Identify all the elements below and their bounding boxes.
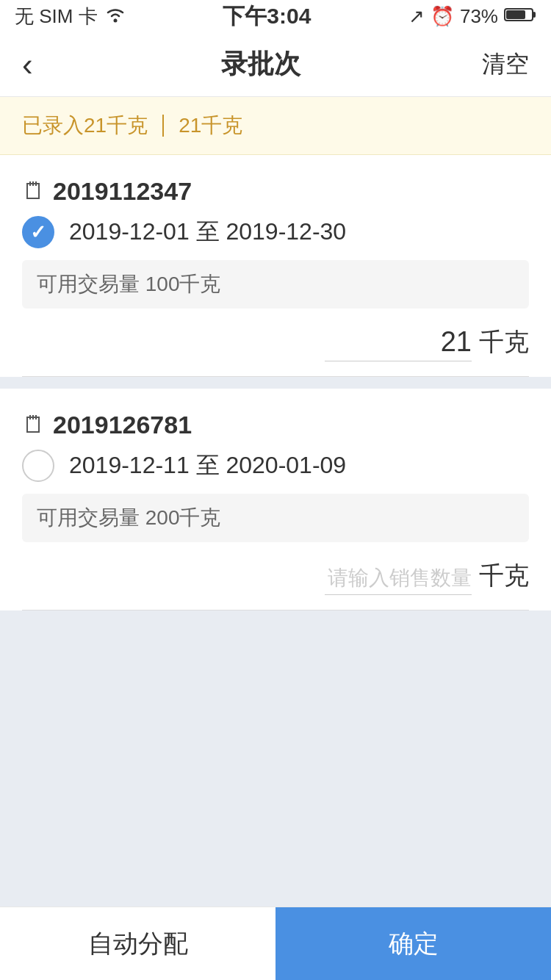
batch-date-2: 2019-12-11 至 2020-01-09 — [69, 450, 346, 482]
back-button[interactable]: ‹ — [15, 39, 40, 90]
input-row-1: 千克 — [0, 309, 551, 376]
batch-id-2: 2019126781 — [53, 411, 192, 439]
confirm-button[interactable]: 确定 — [276, 907, 551, 980]
unit-2: 千克 — [479, 559, 529, 593]
svg-rect-2 — [533, 12, 536, 18]
auto-distribute-button[interactable]: 自动分配 — [0, 907, 276, 980]
batch-id-1: 2019112347 — [53, 177, 192, 206]
status-bar: 无 SIM 卡 下午3:04 ↗ ⏰ 73% — [0, 0, 551, 32]
battery-icon — [504, 5, 536, 28]
battery-text: 73% — [460, 5, 498, 28]
unit-1: 千克 — [479, 325, 529, 359]
svg-rect-3 — [506, 10, 525, 19]
batch-item-1: 🗒 2019112347 2019-12-01 至 2019-12-30 可用交… — [0, 155, 551, 377]
avail-row-2: 可用交易量 200千克 — [22, 494, 529, 542]
total-text: 21千克 — [179, 112, 242, 140]
bottom-bar: 自动分配 确定 — [0, 907, 551, 980]
wifi-icon — [105, 5, 126, 28]
batch-date-1: 2019-12-01 至 2019-12-30 — [69, 216, 346, 248]
status-right: ↗ ⏰ 73% — [408, 5, 536, 28]
no-sim-text: 无 SIM 卡 — [15, 4, 98, 29]
info-divider — [162, 115, 164, 137]
batch-icon-1: 🗒 — [22, 178, 46, 205]
qty-input-1[interactable] — [325, 323, 472, 361]
avail-row-1: 可用交易量 100千克 — [22, 260, 529, 309]
qty-input-2[interactable] — [325, 557, 472, 595]
clear-button[interactable]: 清空 — [482, 48, 529, 81]
nav-title: 录批次 — [221, 46, 300, 82]
radio-2[interactable] — [22, 450, 54, 482]
batch-item-2: 🗒 2019126781 2019-12-11 至 2020-01-09 可用交… — [0, 389, 551, 610]
info-bar: 已录入21千克 21千克 — [0, 97, 551, 155]
section-divider — [0, 377, 551, 389]
content: 🗒 2019112347 2019-12-01 至 2019-12-30 可用交… — [0, 155, 551, 980]
input-row-2: 千克 — [0, 542, 551, 610]
nav-bar: ‹ 录批次 清空 — [0, 32, 551, 97]
alarm-icon: ⏰ — [431, 5, 454, 28]
location-icon: ↗ — [408, 5, 425, 28]
batch-icon-2: 🗒 — [22, 411, 46, 439]
status-time: 下午3:04 — [223, 1, 311, 32]
recorded-text: 已录入21千克 — [22, 112, 148, 140]
status-left: 无 SIM 卡 — [15, 4, 126, 29]
radio-1[interactable] — [22, 216, 54, 248]
svg-point-0 — [113, 18, 117, 22]
